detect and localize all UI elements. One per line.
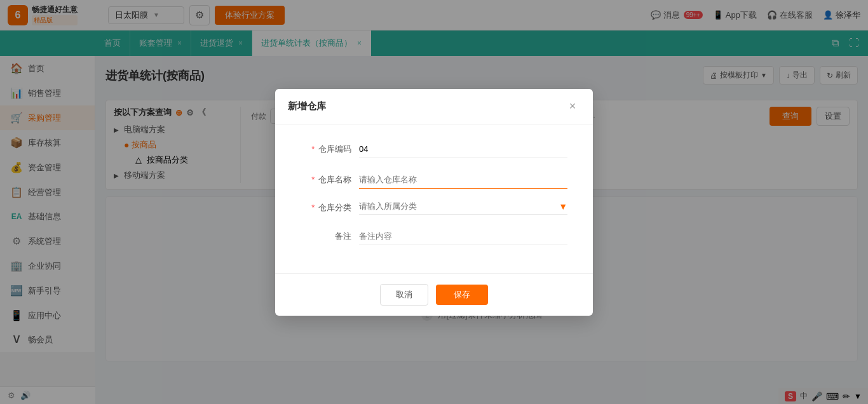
category-field-label: * 仓库分类: [301, 202, 351, 213]
code-input[interactable]: [359, 140, 567, 158]
code-field-label: * 仓库编码: [301, 144, 351, 155]
save-button[interactable]: 保存: [436, 285, 488, 305]
code-required-mark: *: [311, 144, 315, 154]
category-field-row: * 仓库分类 ▼: [301, 201, 567, 215]
dialog-body: * 仓库编码 * 仓库名称 * 仓库分类: [275, 125, 593, 273]
name-input[interactable]: [359, 171, 567, 189]
category-dropdown-icon[interactable]: ▼: [559, 201, 567, 212]
dialog-title: 新增仓库: [288, 100, 326, 112]
modal-overlay[interactable]: 新增仓库 × * 仓库编码 * 仓库名称: [0, 0, 868, 404]
note-input[interactable]: [359, 227, 567, 245]
category-select-wrap: ▼: [359, 201, 567, 215]
name-field-label: * 仓库名称: [301, 174, 351, 185]
new-warehouse-dialog: 新增仓库 × * 仓库编码 * 仓库名称: [275, 89, 593, 316]
cancel-button[interactable]: 取消: [380, 284, 428, 306]
name-required-mark: *: [311, 175, 315, 184]
dialog-header: 新增仓库 ×: [275, 89, 593, 125]
name-field-row: * 仓库名称: [301, 171, 567, 189]
note-field-label: 备注: [301, 231, 351, 242]
code-field-row: * 仓库编码: [301, 140, 567, 158]
category-input[interactable]: [359, 201, 559, 211]
category-required-mark: *: [311, 203, 315, 212]
dialog-footer: 取消 保存: [275, 273, 593, 316]
dialog-close-button[interactable]: ×: [565, 99, 580, 114]
note-field-row: 备注: [301, 227, 567, 245]
